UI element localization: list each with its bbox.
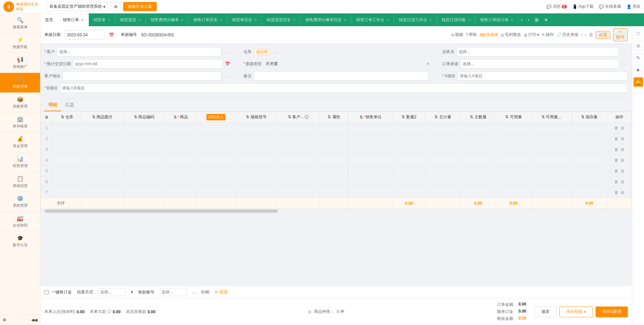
attach-button[interactable]: + 附件 bbox=[613, 28, 628, 41]
row-main-qty-4[interactable] bbox=[461, 155, 496, 166]
row-available2-6[interactable] bbox=[531, 176, 572, 187]
sidebar-item-enterprise[interactable]: 🏭 企业协同 bbox=[0, 212, 40, 232]
settlement-input[interactable] bbox=[99, 288, 125, 296]
row-product-5[interactable] bbox=[165, 166, 196, 176]
save-new-button[interactable]: 保存&新增 bbox=[596, 307, 628, 317]
shortcut-btn[interactable]: ⌨ 快捷键 bbox=[480, 32, 498, 38]
row-attribute-6[interactable] bbox=[319, 176, 348, 187]
row-stock-6[interactable] bbox=[572, 176, 607, 187]
row-main-qty-7[interactable] bbox=[461, 187, 496, 198]
settings-button[interactable]: ⚙ bbox=[111, 2, 120, 11]
row-customer-code-5[interactable] bbox=[277, 166, 319, 176]
sidebar-item-purchase[interactable]: 📦 采购管理 bbox=[0, 93, 40, 113]
row-product-6[interactable] bbox=[165, 176, 196, 187]
sidebar-item-inventory[interactable]: 🏢 库存核算 bbox=[0, 113, 40, 132]
row-stock-3[interactable] bbox=[572, 144, 607, 155]
row-warehouse-3[interactable] bbox=[53, 144, 82, 155]
row-copy-icon-5[interactable]: ⊞ bbox=[621, 169, 624, 173]
row-main-unit-7[interactable] bbox=[425, 187, 461, 198]
row-copy-icon-1[interactable]: ⊞ bbox=[621, 126, 624, 130]
scroll-track[interactable] bbox=[44, 209, 628, 213]
th-main-unit[interactable]: ⇅ 主计量 bbox=[425, 112, 461, 123]
row-customer-code-6[interactable] bbox=[277, 176, 319, 187]
row-warehouse-4[interactable] bbox=[53, 155, 82, 166]
row-available-5[interactable] bbox=[496, 166, 531, 176]
history-btn[interactable]: 📄 历史单据 bbox=[557, 32, 578, 38]
row-warehouse-6[interactable] bbox=[53, 176, 82, 187]
row-sales-unit-7[interactable] bbox=[348, 187, 393, 198]
row-sales-unit-1[interactable] bbox=[348, 123, 393, 133]
save-draft-dropdown-icon[interactable]: ▾ bbox=[584, 310, 586, 314]
row-product-7[interactable] bbox=[165, 187, 196, 198]
nav-prev-btn[interactable]: ‹ bbox=[581, 33, 582, 37]
help-btn[interactable]: ? 帮助 bbox=[466, 32, 477, 38]
row-delete-icon-3[interactable]: 🗑 bbox=[614, 147, 618, 152]
row-qty2-7[interactable] bbox=[393, 187, 425, 198]
sidebar-item-sales[interactable]: 🛒 销售管理 bbox=[0, 73, 40, 93]
row-copy-icon-7[interactable]: ⊞ bbox=[621, 190, 624, 195]
row-customer-code-3[interactable] bbox=[277, 144, 319, 155]
discard-button[interactable]: 放弃 bbox=[534, 307, 557, 317]
row-warehouse-7[interactable] bbox=[53, 187, 82, 198]
tab-expense-history[interactable]: 销售费用分摊单历史 ✕ bbox=[301, 13, 351, 26]
row-stock-2[interactable] bbox=[572, 133, 607, 144]
row-sales-unit-4[interactable] bbox=[348, 155, 393, 166]
set-button[interactable]: 设置 bbox=[596, 31, 610, 39]
row-product-2[interactable] bbox=[165, 133, 196, 144]
scroll-thumb[interactable] bbox=[44, 209, 278, 213]
message-button[interactable]: 💬 消息 9 bbox=[546, 4, 567, 9]
scrollbar-area[interactable] bbox=[40, 209, 632, 213]
row-attribute-3[interactable] bbox=[319, 144, 348, 155]
row-main-unit-6[interactable] bbox=[425, 176, 461, 187]
row-main-unit-2[interactable] bbox=[425, 133, 461, 144]
th-spec[interactable]: ⇅ 规格型号 bbox=[235, 112, 277, 123]
th-image[interactable]: ⇅ 商品图片 bbox=[81, 112, 123, 123]
row-available-2[interactable] bbox=[496, 133, 531, 144]
row-available2-1[interactable] bbox=[531, 123, 572, 133]
row-sku-code-4[interactable] bbox=[123, 155, 165, 166]
tab-prev-btn[interactable]: ‹ bbox=[518, 17, 525, 23]
row-product-4[interactable] bbox=[165, 155, 196, 166]
row-available-6[interactable] bbox=[496, 176, 531, 187]
tab-home[interactable]: 首页 bbox=[40, 13, 58, 26]
row-main-unit-4[interactable] bbox=[425, 155, 461, 166]
sidebar-collapse-icon[interactable]: ◀◀ bbox=[31, 318, 37, 322]
row-customer-code-1[interactable] bbox=[277, 123, 319, 133]
row-available2-2[interactable] bbox=[531, 133, 572, 144]
row-sales-unit-5[interactable] bbox=[348, 166, 393, 176]
profit-preview-btn[interactable]: ◎ 毛利预览 bbox=[501, 32, 521, 38]
tab-order-stats[interactable]: 销售订单统计表 ✕ bbox=[476, 13, 518, 26]
row-delete-icon-7[interactable]: 🗑 bbox=[614, 190, 618, 195]
sidebar-item-search[interactable]: 🔍 搜索菜单 bbox=[0, 13, 40, 33]
row-product-1[interactable] bbox=[165, 123, 196, 133]
row-delete-icon-2[interactable]: 🗑 bbox=[614, 136, 618, 141]
staff-input[interactable] bbox=[456, 47, 619, 56]
row-attribute-2[interactable] bbox=[319, 133, 348, 144]
row-delete-icon-6[interactable]: 🗑 bbox=[614, 179, 618, 184]
tab-close-cash-reconcile[interactable]: ✕ bbox=[468, 18, 470, 22]
a-project-input[interactable] bbox=[457, 71, 628, 81]
nav-next-btn[interactable]: › bbox=[585, 33, 586, 37]
row-warehouse-5[interactable] bbox=[53, 166, 82, 176]
delivery-date-input[interactable] bbox=[73, 59, 223, 69]
tab-detail[interactable]: 明细 bbox=[44, 99, 61, 111]
row-sku-code-3[interactable] bbox=[123, 144, 165, 155]
tab-close-sales-order[interactable]: ✕ bbox=[81, 18, 84, 22]
row-attribute-5[interactable] bbox=[319, 166, 348, 176]
row-main-unit-3[interactable] bbox=[425, 144, 461, 155]
row-stock-5[interactable] bbox=[572, 166, 607, 176]
remark-input[interactable] bbox=[254, 71, 429, 81]
row-main-qty-2[interactable] bbox=[461, 133, 496, 144]
row-main-qty-1[interactable] bbox=[461, 123, 496, 133]
scan-btn[interactable]: 扫码录入 bbox=[206, 114, 225, 120]
tab-next-btn[interactable]: › bbox=[525, 17, 532, 23]
row-main-unit-1[interactable] bbox=[425, 123, 461, 133]
row-sales-unit-2[interactable] bbox=[348, 133, 393, 144]
tab-sales-bill[interactable]: 销货单 ✕ bbox=[89, 13, 115, 26]
tab-close-expense-split[interactable]: ✕ bbox=[181, 18, 184, 22]
right-panel-btn-1[interactable]: □ bbox=[634, 29, 643, 38]
row-customer-code-7[interactable] bbox=[277, 187, 319, 198]
row-qty2-4[interactable] bbox=[393, 155, 425, 166]
tab-close-order-stats[interactable]: ✕ bbox=[510, 18, 513, 22]
one-click-checkbox[interactable] bbox=[44, 290, 49, 294]
